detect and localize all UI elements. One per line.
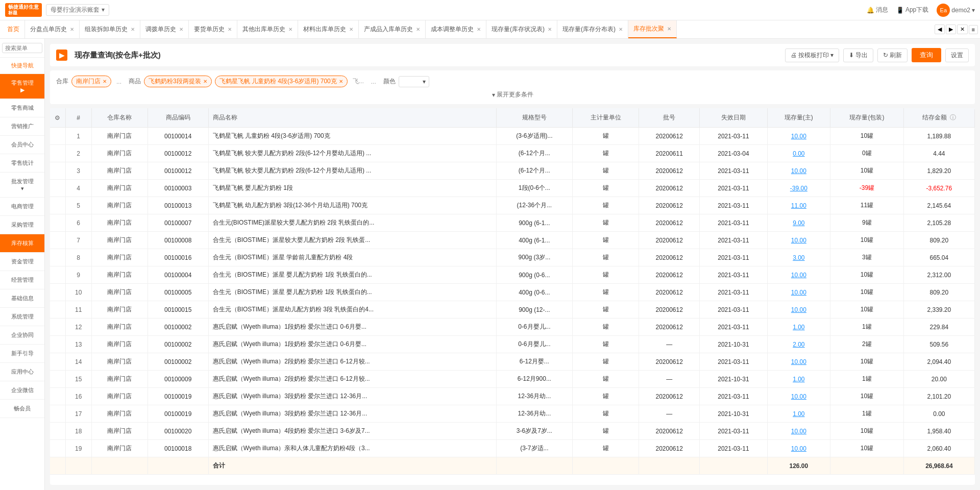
row-stock-main[interactable]: 10.00	[767, 128, 830, 145]
sidebar-item-business[interactable]: 经营管理	[0, 271, 44, 289]
row-code: 00100002	[148, 336, 208, 353]
chevron-down-icon: ▾	[830, 52, 834, 59]
messages-btn[interactable]: 🔔 消息	[867, 6, 888, 14]
row-stock-main[interactable]: 2.00	[767, 336, 830, 353]
sidebar-item-corp-wechat[interactable]: 企业微信	[0, 381, 44, 400]
sidebar-item-basic[interactable]: 基础信息	[0, 289, 44, 308]
sidebar-item-retail-stats[interactable]: 零售统计	[0, 154, 44, 173]
tab-cost-adjust[interactable]: 成本调整单历史 ✕	[426, 20, 486, 38]
sidebar-item-enterprise[interactable]: 企业协同	[0, 326, 44, 345]
sidebar-item-member[interactable]: 会员中心	[0, 136, 44, 154]
tab-prev-btn[interactable]: ◀	[935, 24, 945, 34]
tab-close-icon[interactable]: ✕	[349, 27, 353, 32]
row-expiry: 2021-10-31	[700, 405, 768, 423]
row-stock-main[interactable]: 3.00	[767, 249, 830, 266]
row-stock-main[interactable]: 1.00	[767, 371, 830, 388]
sidebar-item-system[interactable]: 系统管理	[0, 308, 44, 326]
tab-close-icon[interactable]: ✕	[477, 27, 481, 32]
tab-pick[interactable]: 调拨单历史 ✕	[140, 20, 189, 38]
product-more-ellipsis[interactable]: ...	[371, 78, 376, 85]
tab-close-all-btn[interactable]: ✕	[957, 24, 968, 34]
user-menu[interactable]: Ea demo2 ▾	[937, 4, 975, 17]
tab-close-icon[interactable]: ✕	[70, 27, 74, 32]
tab-home[interactable]: 首页	[2, 20, 25, 38]
expand-sidebar-btn[interactable]: ▶	[56, 50, 67, 61]
row-unit: 罐	[573, 128, 639, 145]
row-stock-main[interactable]: -39.00	[767, 180, 830, 197]
row-stock-main[interactable]: 10.00	[767, 388, 830, 405]
tab-close-icon[interactable]: ✕	[619, 27, 623, 32]
tab-menu-btn[interactable]: ≡	[969, 25, 978, 34]
tab-stock-status[interactable]: 现存量(库存状况表) ✕	[486, 20, 557, 38]
row-unit: 罐	[573, 232, 639, 249]
col-settings[interactable]: ⚙	[50, 108, 65, 128]
tab-batch[interactable]: 库存批次聚 ✕	[628, 20, 677, 38]
row-stock-main[interactable]: 10.00	[767, 232, 830, 249]
search-input[interactable]	[2, 43, 42, 53]
sidebar-item-retail-mgmt[interactable]: 零售管理 ▶	[0, 74, 44, 99]
row-stock-main[interactable]: 10.00	[767, 301, 830, 318]
sidebar-item-marketing[interactable]: 营销推广	[0, 117, 44, 136]
row-warehouse: 南岸门店	[91, 388, 148, 405]
tab-split[interactable]: 分盘点单历史 ✕	[25, 20, 80, 38]
row-warehouse: 南岸门店	[91, 353, 148, 371]
query-btn[interactable]: 查询	[912, 48, 941, 62]
tab-close-icon[interactable]: ✕	[416, 27, 420, 32]
tab-dismantle[interactable]: 组装拆卸单历史 ✕	[80, 20, 140, 38]
sidebar-item-apps[interactable]: 应用中心	[0, 363, 44, 381]
tab-product-in[interactable]: 产成品入库单历史 ✕	[359, 20, 426, 38]
tab-close-icon[interactable]: ✕	[288, 27, 292, 32]
sidebar-item-vip[interactable]: 畅会员	[0, 400, 44, 418]
tab-close-icon[interactable]: ✕	[228, 27, 232, 32]
settings-btn[interactable]: 设置	[945, 48, 969, 62]
remove-product-tag-2[interactable]: ✕	[339, 79, 343, 84]
tab-close-icon[interactable]: ✕	[667, 26, 671, 32]
product-ellipsis[interactable]: 飞...	[353, 77, 364, 86]
product-tag-2[interactable]: 飞鹤星飞帆 儿童奶粉 4段(3-6岁适用) 700克 ✕	[215, 76, 348, 87]
print-btn[interactable]: 🖨 按模板打印 ▾	[785, 48, 839, 62]
row-stock-main[interactable]: 0.00	[767, 145, 830, 162]
sidebar-item-finance[interactable]: 资金管理	[0, 253, 44, 271]
balance-info-icon[interactable]: ⓘ	[950, 114, 956, 121]
tab-close-icon[interactable]: ✕	[131, 27, 135, 32]
sidebar-item-wholesale[interactable]: 批发管理 ▾	[0, 173, 44, 198]
org-selector[interactable]: 母婴行业演示账套 ▾	[46, 4, 109, 16]
row-stock-main[interactable]: 1.00	[767, 318, 830, 336]
tab-next-btn[interactable]: ▶	[946, 24, 956, 34]
app-download-btn[interactable]: 📱 App下载	[896, 6, 928, 14]
remove-warehouse-tag[interactable]: ✕	[103, 79, 107, 84]
quick-nav[interactable]: 快捷导航	[0, 58, 44, 74]
tab-stock-dist[interactable]: 现存量(库存分布表) ✕	[557, 20, 628, 38]
row-stock-main[interactable]: 10.00	[767, 162, 830, 180]
export-btn[interactable]: ⬇ 导出	[843, 48, 873, 62]
product-tag-1[interactable]: 飞鹤奶粉3段两提装 ✕	[144, 76, 212, 87]
warehouse-ellipsis[interactable]: ...	[116, 78, 121, 85]
sidebar-item-purchase[interactable]: 采购管理	[0, 216, 44, 234]
tab-borrow[interactable]: 要货单历史 ✕	[189, 20, 237, 38]
row-stock-main[interactable]: 10.00	[767, 423, 830, 440]
table-row: 3 南岸门店 00100012 飞鹤星飞帆 较大婴儿配方奶粉 2段(6-12个月…	[50, 162, 975, 180]
color-dropdown[interactable]: ▾	[399, 76, 429, 87]
row-name: 合生元（BIOSTIME）派星 婴儿配方奶粉 1段 乳铁蛋白的...	[208, 266, 496, 284]
tab-close-icon[interactable]: ✕	[179, 27, 183, 32]
sidebar-item-retail-shop[interactable]: 零售商城	[0, 99, 44, 117]
refresh-btn[interactable]: ↻ 刷新	[877, 48, 908, 62]
warehouse-tag-nanan[interactable]: 南岸门店 ✕	[71, 76, 111, 87]
row-settings	[50, 423, 65, 440]
row-stock-main[interactable]: 1.00	[767, 405, 830, 423]
row-index: 17	[65, 405, 91, 423]
sidebar-item-ecommerce[interactable]: 电商管理	[0, 198, 44, 216]
tab-other-out[interactable]: 其他出库单历史 ✕	[237, 20, 298, 38]
row-stock-main[interactable]: 10.00	[767, 440, 830, 457]
sidebar-item-guide[interactable]: 新手引导	[0, 345, 44, 363]
tab-close-icon[interactable]: ✕	[548, 27, 552, 32]
row-stock-main[interactable]: 9.00	[767, 214, 830, 232]
remove-product-tag-1[interactable]: ✕	[203, 79, 207, 84]
tab-material-out[interactable]: 材料出库单历史 ✕	[298, 20, 359, 38]
row-stock-main[interactable]: 10.00	[767, 266, 830, 284]
row-stock-main[interactable]: 10.00	[767, 284, 830, 301]
row-stock-main[interactable]: 11.00	[767, 197, 830, 214]
row-stock-main[interactable]: 10.00	[767, 353, 830, 371]
sidebar-item-inventory[interactable]: 库存核算	[0, 234, 44, 253]
expand-more-btn[interactable]: ▾ 展开更多条件	[492, 90, 533, 99]
